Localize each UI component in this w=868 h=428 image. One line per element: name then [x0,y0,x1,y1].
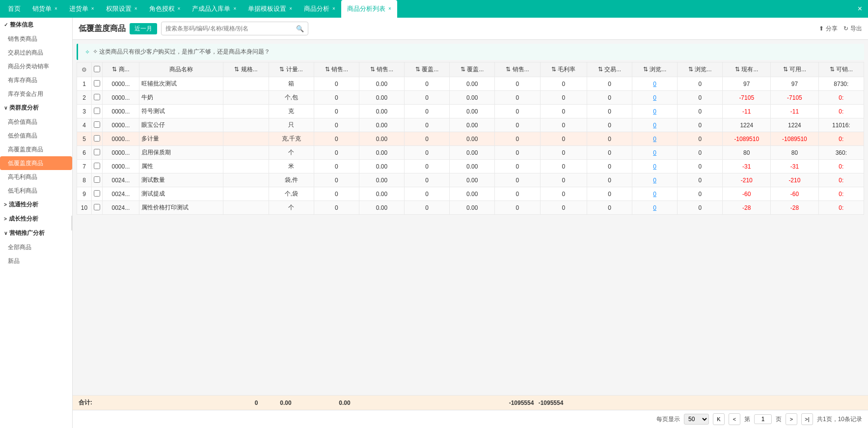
row-unit: 个,包 [269,91,314,105]
nav-goods-analysis[interactable]: 商品分析 × [298,0,341,18]
row-checkbox[interactable] [92,118,103,132]
row-name: 启用保质期 [139,146,223,160]
nav-goods-list[interactable]: 商品分析列表 × [341,0,397,18]
row-checkbox[interactable] [92,173,103,187]
nav-close-goods-list[interactable]: × [388,0,391,18]
row-cover2: 0.00 [450,173,495,187]
footer-browse2 [477,399,507,406]
nav-close-product[interactable]: × [233,0,236,18]
row-sales-qty: 0 [314,173,359,187]
sidebar-item-category-rate[interactable]: 商品分类动销率 [0,59,72,73]
row-browse1[interactable]: 0 [632,160,678,173]
sidebar-item-all-goods[interactable]: 全部商品 [0,240,72,254]
settings-icon[interactable]: ⚙ [81,66,87,73]
row-checkbox[interactable] [92,91,103,105]
nav-product[interactable]: 产成品入库单 × [186,0,242,18]
row-transaction: 0 [587,132,632,146]
row-current-stock: -210 [723,173,771,187]
row-browse1[interactable]: 0 [632,132,678,146]
sidebar-item-low-margin[interactable]: 低毛利商品 [0,184,72,198]
row-code: 0024... [103,187,139,201]
nav-template[interactable]: 单据模板设置 × [242,0,298,18]
row-checkbox[interactable] [92,160,103,173]
sidebar-section-cluster[interactable]: ∨ 类群度分析 [0,101,72,115]
row-cover1: 0 [405,132,450,146]
sidebar-section-marketing[interactable]: ∨ 营销推广分析 [0,226,72,240]
nav-permission[interactable]: 权限设置 × [100,0,143,18]
sidebar-section-growth[interactable]: > 成长性分析 [0,212,72,226]
nav-close-goods-analysis[interactable]: × [332,0,335,18]
row-checkbox[interactable] [92,105,103,118]
nav-close-permission[interactable]: × [135,0,137,18]
nav-close-role[interactable]: × [178,0,181,18]
row-sales-amt: 0.00 [359,201,404,215]
row-no: 8 [77,173,92,187]
sidebar-top-section[interactable]: ✓ 整体信息 [0,18,72,32]
sidebar-item-high-value[interactable]: 高价值商品 [0,115,72,129]
row-browse1[interactable]: 0 [632,201,678,215]
sidebar-item-traded-goods[interactable]: 交易过的商品 [0,46,72,59]
row-sales-qty: 0 [314,77,359,91]
select-all-checkbox[interactable] [94,66,100,72]
export-button[interactable]: ↻ 导出 [843,25,862,33]
row-checkbox[interactable] [92,146,103,160]
col-checkbox-header[interactable] [92,62,103,77]
row-checkbox[interactable] [92,132,103,146]
row-sales3: 0 [495,77,540,91]
sidebar-item-sales-goods[interactable]: 销售类商品 [0,32,72,46]
last-page-button[interactable]: >| [801,413,813,425]
table-row: 5 0000... 多计量 克,千克 0 0.00 0 0.00 0 0 0 0… [77,132,864,146]
sidebar-item-high-margin[interactable]: 高毛利商品 [0,170,72,184]
nav-purchase[interactable]: 进货单 × [63,0,100,18]
row-sellable: 0: [818,105,864,118]
search-input[interactable] [165,25,296,32]
row-checkbox[interactable] [92,201,103,215]
row-spec [223,146,269,160]
first-page-button[interactable]: K [713,413,725,425]
row-browse1[interactable]: 0 [632,173,678,187]
sidebar-item-high-coverage[interactable]: 高覆盖度商品 [0,143,72,156]
row-unit: 米 [269,160,314,173]
nav-close-template[interactable]: × [289,0,292,18]
nav-close-all[interactable]: × [854,4,866,13]
row-sellable: 0: [818,201,864,215]
page-size-label: 每页显示 [656,415,680,424]
info-banner: ✧ ✧ 这类商品只有很少客户购买过，是推广不够，还是商品本身问题？ [77,44,864,60]
row-checkbox[interactable] [92,77,103,91]
row-cover2: 0.00 [450,187,495,201]
row-code: 0024... [103,173,139,187]
prev-page-button[interactable]: < [729,413,740,425]
sidebar-item-low-coverage[interactable]: 低覆盖度商品 [0,156,72,170]
row-browse1[interactable]: 0 [632,105,678,118]
share-button[interactable]: ⬆ 分享 [819,25,838,33]
row-available: -11 [771,105,819,118]
nav-close-purchase[interactable]: × [91,0,94,18]
nav-close-sales[interactable]: × [54,0,57,18]
sidebar-item-in-stock[interactable]: 有库存商品 [0,73,72,87]
row-sales3: 0 [495,173,540,187]
sidebar-item-low-value[interactable]: 低价值商品 [0,129,72,143]
next-page-button[interactable]: > [786,413,797,425]
row-browse1[interactable]: 0 [632,118,678,132]
page-size-select[interactable]: 50 100 200 [684,414,709,425]
row-browse1[interactable]: 0 [632,77,678,91]
row-checkbox[interactable] [92,187,103,201]
row-browse1[interactable]: 0 [632,187,678,201]
sidebar-toggle[interactable]: « [71,216,73,230]
row-cover1: 0 [405,118,450,132]
row-cover1: 0 [405,160,450,173]
row-browse1[interactable]: 0 [632,146,678,160]
col-settings[interactable]: ⚙ [77,62,92,77]
search-icon[interactable]: 🔍 [296,25,304,32]
col-browse1-header: ⇅ 浏览... [632,62,678,77]
nav-role[interactable]: 角色授权 × [143,0,187,18]
sidebar-item-stock-fund[interactable]: 库存资金占用 [0,87,72,101]
nav-home[interactable]: 首页 [2,0,27,18]
row-spec [223,173,269,187]
page-number-input[interactable] [754,414,772,424]
sidebar-item-new-goods[interactable]: 新品 [0,254,72,268]
nav-sales[interactable]: 销货单 × [27,0,63,18]
row-browse1[interactable]: 0 [632,91,678,105]
date-filter-button[interactable]: 近一月 [130,23,157,34]
sidebar-section-flow[interactable]: > 流通性分析 [0,198,72,212]
